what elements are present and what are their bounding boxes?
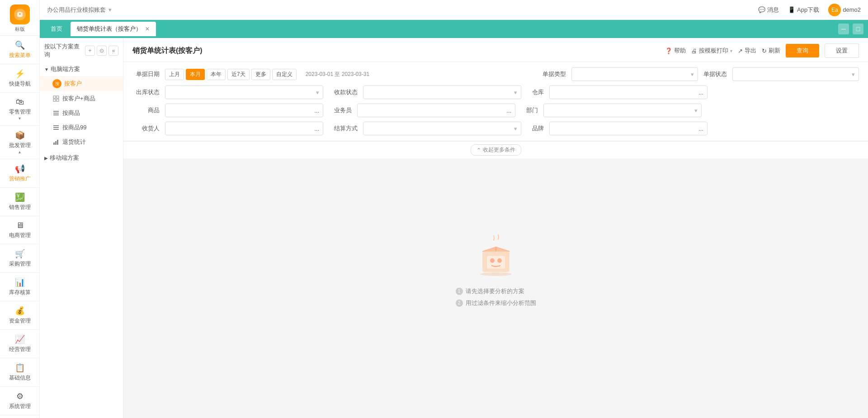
- filter-row-1: 单据日期 上月 本月 本年 近7天 更多 自定义 2023-03-01 至 20…: [132, 67, 859, 81]
- template-print-btn[interactable]: 🖨 按模板打印 ▾: [691, 47, 732, 55]
- sidebar-item-inventory[interactable]: 📊 库存核算: [0, 273, 39, 301]
- brand-select[interactable]: ...: [549, 122, 708, 135]
- scheme-collapse-btn[interactable]: «: [108, 46, 118, 56]
- doc-type-select[interactable]: ▾: [571, 67, 698, 81]
- sidebar-item-search[interactable]: 🔍 搜索菜单: [0, 36, 39, 64]
- sidebar-item-basic[interactable]: 📋 基础信息: [0, 358, 39, 387]
- svg-rect-8: [53, 125, 59, 126]
- date-btn-this-month[interactable]: 本月: [186, 69, 205, 80]
- sidebar-item-purchase[interactable]: 🛒 采购管理: [0, 244, 39, 273]
- svg-point-16: [490, 258, 495, 263]
- scheme-group-desktop-header[interactable]: ▼ 电脑端方案: [40, 62, 123, 76]
- search-icon: 🔍: [15, 40, 25, 50]
- scheme-group-mobile-header[interactable]: ▶ 移动端方案: [40, 151, 123, 165]
- retail-dropdown-arrow: ▾: [19, 116, 21, 121]
- app-download-btn[interactable]: 📱 App下载: [788, 6, 819, 14]
- sidebar-item-operations[interactable]: 📈 经营管理: [0, 330, 39, 358]
- return-stat-icon: [52, 138, 60, 146]
- collapse-label: 收起更多条件: [483, 146, 515, 154]
- scheme-item-by-customer[interactable]: 按 按客户: [40, 76, 123, 91]
- payment-status-select[interactable]: ▾: [363, 86, 521, 99]
- tab-minimize-btn[interactable]: ─: [838, 24, 849, 34]
- message-label: 消息: [767, 6, 779, 14]
- scheme-panel: 按以下方案查询 + ⊙ « ▼ 电脑端方案 按 按客户: [40, 38, 123, 418]
- doc-status-select[interactable]: ▾: [732, 67, 859, 81]
- out-status-label: 出库状态: [132, 88, 160, 96]
- product-select[interactable]: ...: [165, 104, 323, 117]
- department-select[interactable]: ▾: [543, 104, 702, 117]
- out-status-select[interactable]: ▾: [165, 86, 323, 99]
- page-header: 销货单统计表(按客户) ❓ 帮助 🖨 按模板打印 ▾ ↗ 导出: [123, 38, 868, 62]
- page-header-actions: ❓ 帮助 🖨 按模板打印 ▾ ↗ 导出 ↻ 刷新: [665, 43, 859, 58]
- scheme-add-btn[interactable]: +: [85, 46, 95, 56]
- tab-bar-actions: ─ □: [838, 24, 863, 34]
- scheme-panel-title: 按以下方案查询: [44, 43, 85, 59]
- export-btn[interactable]: ↗ 导出: [738, 47, 756, 55]
- sidebar: 标版 🔍 搜索菜单 ⚡ 快捷导航 🛍 零售管理 ▾ 📦 批发管理 ▴ 📢 营销推…: [0, 0, 40, 418]
- sidebar-item-sales[interactable]: 💹 销售管理: [0, 188, 39, 216]
- salesperson-label: 业务员: [334, 106, 352, 114]
- refresh-btn[interactable]: ↻ 刷新: [762, 47, 780, 55]
- scheme-panel-header: 按以下方案查询 + ⊙ «: [40, 43, 123, 62]
- template-print-label: 按模板打印: [699, 47, 728, 55]
- wholesale-icon: 📦: [15, 130, 25, 140]
- sidebar-item-quick-nav[interactable]: ⚡ 快捷导航: [0, 64, 39, 93]
- sidebar-item-quick-nav-label: 快捷导航: [9, 80, 31, 88]
- svg-rect-12: [55, 141, 57, 145]
- refresh-label: 刷新: [769, 47, 780, 55]
- settlement-select[interactable]: ▾: [363, 122, 521, 135]
- user-profile[interactable]: Ea demo2: [828, 4, 861, 16]
- scheme-item-by-product[interactable]: 按商品: [40, 106, 123, 120]
- scheme-item-by-customer-product[interactable]: 按客户+商品: [40, 91, 123, 106]
- query-button[interactable]: 查询: [786, 44, 819, 57]
- sidebar-item-search-label: 搜索菜单: [9, 52, 31, 59]
- tab-home[interactable]: 首页: [44, 22, 69, 36]
- scheme-item-by-product-99[interactable]: 按商品99: [40, 120, 123, 135]
- export-label: 导出: [745, 47, 756, 55]
- sidebar-item-system[interactable]: ⚙ 系统管理: [0, 387, 39, 415]
- setting-button[interactable]: 设置: [825, 43, 859, 58]
- sidebar-item-retail[interactable]: 🛍 零售管理 ▾: [0, 93, 39, 126]
- message-btn[interactable]: 💬 消息: [758, 6, 779, 14]
- tab-sales-stat[interactable]: 销货单统计表（按客户） ✕: [71, 22, 156, 36]
- logo-icon: [10, 5, 30, 24]
- scheme-settings-btn[interactable]: ⊙: [97, 46, 107, 56]
- scheme-group-desktop: ▼ 电脑端方案 按 按客户 按客户+商品: [40, 62, 123, 151]
- sidebar-item-wholesale[interactable]: 📦 批发管理 ▴: [0, 126, 39, 159]
- print-dropdown-arrow: ▾: [730, 48, 732, 53]
- app-download-icon: 📱: [788, 6, 795, 13]
- salesperson-select[interactable]: ...: [357, 104, 515, 117]
- scheme-item-by-customer-product-label: 按客户+商品: [62, 95, 95, 103]
- tab-maximize-btn[interactable]: □: [853, 24, 863, 34]
- sidebar-item-basic-label: 基础信息: [9, 374, 31, 382]
- filter-row-3: 商品 ... 业务员 ... 部门 ▾: [132, 104, 859, 117]
- date-btn-custom[interactable]: 自定义: [272, 69, 297, 80]
- svg-rect-13: [57, 140, 58, 145]
- tip-num-1: 1: [456, 288, 463, 295]
- sidebar-item-marketing[interactable]: 📢 营销推广: [0, 159, 39, 188]
- sidebar-item-ecommerce[interactable]: 🖥 电商管理: [0, 216, 39, 244]
- date-btn-last-7[interactable]: 近7天: [227, 69, 250, 80]
- sidebar-item-enterprise[interactable]: 🏢 企业协同: [0, 415, 39, 418]
- warehouse-select[interactable]: ...: [549, 86, 708, 99]
- sidebar-item-inventory-label: 库存核算: [9, 289, 31, 296]
- tab-bar: 首页 销货单统计表（按客户） ✕ ─ □: [40, 20, 868, 38]
- empty-tip-1: 1 请先选择要分析的方案: [456, 285, 536, 297]
- collapse-conditions-btn[interactable]: ⌃ 收起更多条件: [471, 144, 521, 156]
- help-label: 帮助: [674, 47, 686, 55]
- sidebar-item-finance-label: 资金管理: [9, 317, 31, 325]
- date-btn-last-month[interactable]: 上月: [165, 69, 184, 80]
- svg-point-17: [497, 258, 502, 263]
- scheme-group-desktop-label: 电脑端方案: [51, 65, 80, 73]
- sidebar-item-finance[interactable]: 💰 资金管理: [0, 301, 39, 330]
- help-btn[interactable]: ❓ 帮助: [665, 47, 686, 55]
- date-btn-this-year[interactable]: 本年: [207, 69, 226, 80]
- collapse-icon: ⌃: [476, 147, 481, 153]
- receiver-select[interactable]: ...: [165, 122, 323, 135]
- date-btn-more[interactable]: 更多: [251, 69, 270, 80]
- tab-close-btn[interactable]: ✕: [145, 26, 150, 32]
- filter-row-2: 出库状态 ▾ 收款状态 ▾ 仓库 ...: [132, 86, 859, 99]
- scheme-item-return-stat[interactable]: 退货统计: [40, 135, 123, 149]
- industry-dropdown-arrow[interactable]: ▾: [108, 6, 112, 13]
- sidebar-item-retail-label: 零售管理: [9, 108, 31, 116]
